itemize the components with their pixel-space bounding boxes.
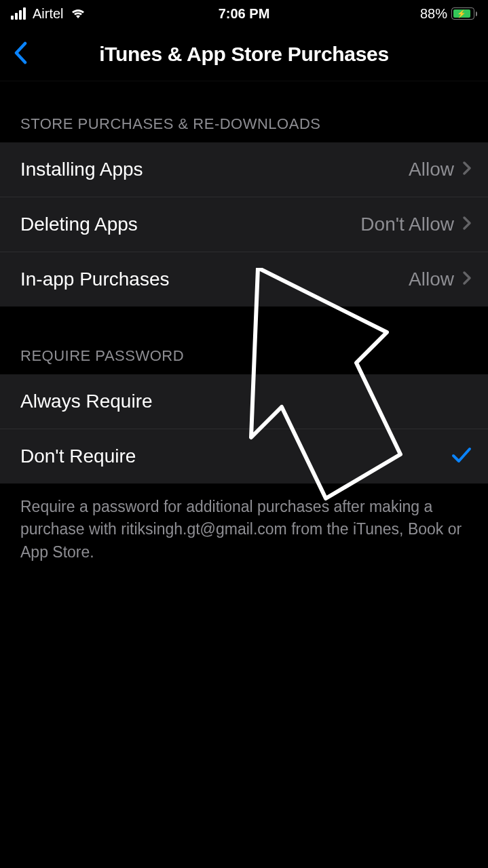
section-header-password: REQUIRE PASSWORD	[0, 307, 488, 374]
row-installing-apps[interactable]: Installing Apps Allow	[0, 142, 488, 197]
list-group-password: Always Require Don't Require	[0, 374, 488, 484]
row-right: Don't Allow	[360, 214, 472, 235]
signal-icon	[11, 7, 26, 20]
status-bar: Airtel 7:06 PM 88% ⚡	[0, 0, 488, 27]
row-label: Don't Require	[20, 446, 136, 467]
row-deleting-apps[interactable]: Deleting Apps Don't Allow	[0, 197, 488, 252]
chevron-right-icon	[462, 271, 472, 288]
battery-icon: ⚡	[451, 7, 477, 20]
row-value: Don't Allow	[360, 214, 454, 235]
battery-percent: 88%	[420, 6, 447, 22]
row-always-require[interactable]: Always Require	[0, 374, 488, 429]
row-in-app-purchases[interactable]: In-app Purchases Allow	[0, 252, 488, 307]
back-button[interactable]	[8, 36, 33, 73]
row-value: Allow	[409, 269, 454, 290]
list-group-store: Installing Apps Allow Deleting Apps Don'…	[0, 142, 488, 307]
carrier-label: Airtel	[33, 6, 64, 22]
row-right: Allow	[409, 159, 472, 180]
chevron-right-icon	[462, 161, 472, 178]
row-label: Installing Apps	[20, 159, 143, 180]
row-label: Always Require	[20, 391, 153, 412]
row-label: In-app Purchases	[20, 269, 169, 290]
section-header-store: STORE PURCHASES & RE-DOWNLOADS	[0, 81, 488, 142]
row-value: Allow	[409, 159, 454, 180]
row-label: Deleting Apps	[20, 214, 138, 235]
status-right: 88% ⚡	[420, 6, 477, 22]
checkmark-icon	[451, 447, 472, 466]
page-title: iTunes & App Store Purchases	[0, 43, 488, 66]
navigation-bar: iTunes & App Store Purchases	[0, 27, 488, 81]
row-right: Allow	[409, 269, 472, 290]
status-left: Airtel	[11, 6, 86, 22]
wifi-icon	[71, 6, 86, 22]
chevron-right-icon	[462, 216, 472, 233]
section-footer-password: Require a password for additional purcha…	[0, 484, 488, 576]
chevron-left-icon	[14, 41, 27, 64]
status-time: 7:06 PM	[219, 6, 270, 22]
row-dont-require[interactable]: Don't Require	[0, 429, 488, 484]
